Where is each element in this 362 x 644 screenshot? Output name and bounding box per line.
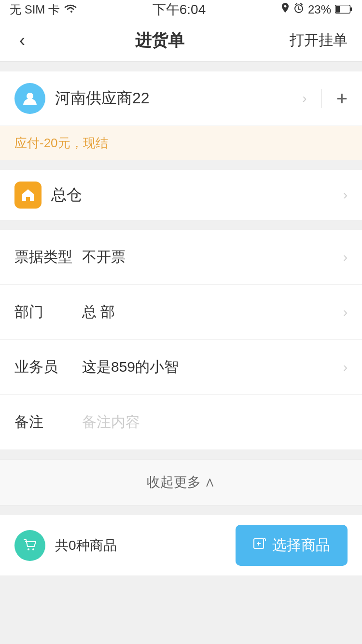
invoice-type-value: 不开票	[82, 247, 343, 267]
supplier-divider	[321, 89, 322, 108]
supplier-name: 河南供应商22	[55, 88, 302, 109]
product-count-label: 共0种商品	[55, 536, 226, 555]
select-icon	[253, 537, 266, 554]
bottom-bar: 共0种商品 选择商品	[0, 515, 362, 575]
carrier-label: 无 SIM 卡	[10, 2, 60, 17]
back-button[interactable]: ‹	[14, 26, 30, 56]
collapse-label: 收起更多 ∧	[147, 475, 216, 490]
cart-icon	[14, 530, 45, 561]
status-time: 下午6:04	[153, 0, 206, 19]
open-pending-button[interactable]: 打开挂单	[290, 30, 348, 50]
add-supplier-button[interactable]: +	[336, 88, 348, 110]
warehouse-arrow-icon: ›	[343, 187, 348, 203]
invoice-type-label: 票据类型	[14, 247, 82, 267]
salesperson-value: 这是859的小智	[82, 357, 343, 377]
svg-rect-6	[350, 7, 352, 11]
alarm-icon	[293, 3, 304, 16]
remark-label: 备注	[14, 412, 82, 432]
warehouse-row[interactable]: 总仓 ›	[0, 170, 362, 220]
department-label: 部门	[14, 302, 82, 322]
salesperson-arrow-icon: ›	[343, 360, 348, 375]
separator-1	[0, 62, 362, 71]
status-left: 无 SIM 卡	[10, 2, 77, 17]
department-row[interactable]: 部门 总 部 ›	[0, 285, 362, 340]
nav-bar: ‹ 进货单 打开挂单	[0, 19, 362, 62]
svg-line-3	[295, 3, 297, 5]
battery-label: 23%	[308, 3, 331, 16]
collapse-bar[interactable]: 收起更多 ∧	[0, 459, 362, 505]
supplier-row[interactable]: 河南供应商22 › +	[0, 71, 362, 126]
supplier-avatar	[14, 83, 45, 114]
notice-text: 应付-20元，现结	[14, 136, 108, 150]
warehouse-icon	[14, 182, 42, 209]
select-product-button[interactable]: 选择商品	[236, 525, 348, 566]
page-title: 进货单	[135, 29, 184, 52]
notice-bar: 应付-20元，现结	[0, 126, 362, 160]
select-product-label: 选择商品	[272, 535, 330, 555]
salesperson-label: 业务员	[14, 357, 82, 377]
department-arrow-icon: ›	[343, 305, 348, 320]
svg-point-8	[27, 93, 33, 99]
supplier-section: 河南供应商22 › + 应付-20元，现结	[0, 71, 362, 160]
page-background	[0, 575, 362, 644]
invoice-type-arrow-icon: ›	[343, 250, 348, 265]
remark-input[interactable]: 备注内容	[82, 412, 348, 432]
wifi-icon	[64, 3, 77, 16]
svg-point-11	[32, 548, 34, 550]
supplier-arrow-icon: ›	[302, 91, 306, 106]
svg-line-4	[301, 3, 302, 5]
svg-rect-9	[26, 197, 30, 201]
warehouse-label: 总仓	[51, 184, 343, 206]
remark-row[interactable]: 备注 备注内容	[0, 395, 362, 449]
svg-rect-7	[336, 6, 340, 13]
salesperson-row[interactable]: 业务员 这是859的小智 ›	[0, 340, 362, 395]
svg-point-10	[28, 548, 29, 550]
form-section: 票据类型 不开票 › 部门 总 部 › 业务员 这是859的小智 › 备注 备注…	[0, 230, 362, 449]
department-value: 总 部	[82, 302, 343, 322]
battery-icon	[335, 3, 352, 16]
status-right: 23%	[281, 3, 352, 16]
location-icon	[281, 3, 290, 16]
status-bar: 无 SIM 卡 下午6:04 23%	[0, 0, 362, 19]
invoice-type-row[interactable]: 票据类型 不开票 ›	[0, 230, 362, 285]
